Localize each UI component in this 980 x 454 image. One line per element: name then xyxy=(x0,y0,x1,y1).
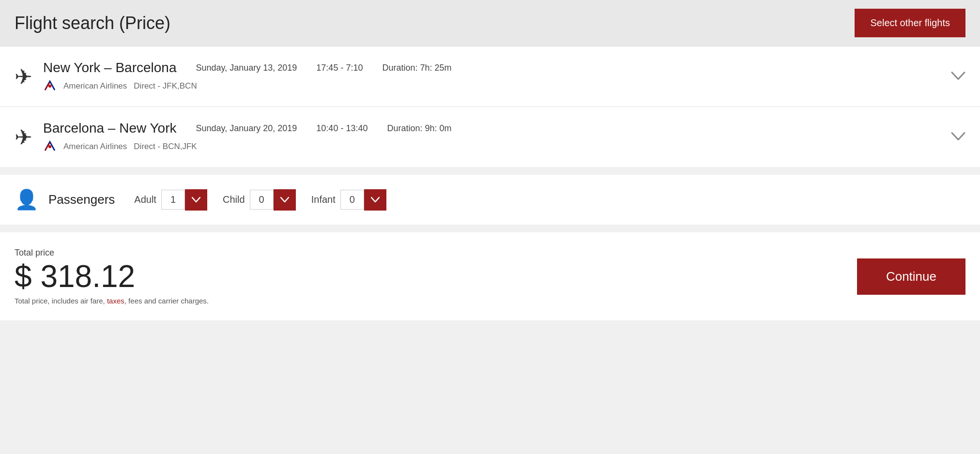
adult-chevron-icon xyxy=(192,196,200,204)
select-other-flights-button[interactable]: Select other flights xyxy=(855,9,965,37)
child-dropdown-button[interactable] xyxy=(274,189,296,211)
flight-airline-row-2: American Airlines Direct - BCN,JFK xyxy=(43,140,965,153)
flight-route-1: New York – Barcelona xyxy=(43,60,177,76)
flight-date-2: Sunday, January 20, 2019 xyxy=(196,123,297,134)
flight-expand-button-1[interactable] xyxy=(946,66,970,88)
flight-route-row-2: Barcelona – New York Sunday, January 20,… xyxy=(43,121,965,136)
adult-label: Adult xyxy=(134,194,156,205)
flight-duration-1: Duration: 7h: 25m xyxy=(382,63,451,73)
taxes-link[interactable]: taxes xyxy=(107,297,124,305)
section-gap-1 xyxy=(0,167,980,175)
chevron-down-icon-1 xyxy=(951,71,965,81)
flight-stops-1: Direct - JFK,BCN xyxy=(134,81,197,91)
airline-logo-1 xyxy=(43,79,57,93)
flight-info-1: New York – Barcelona Sunday, January 13,… xyxy=(43,60,965,93)
total-price-value: $ 318.12 xyxy=(15,261,857,292)
flight-stops-2: Direct - BCN,JFK xyxy=(134,142,197,151)
infant-chevron-icon xyxy=(371,196,380,204)
infant-dropdown-button[interactable] xyxy=(364,189,386,211)
pricing-section: Total price $ 318.12 Total price, includ… xyxy=(0,232,980,320)
plane-icon-1: ✈ xyxy=(15,64,32,89)
flight-route-2: Barcelona – New York xyxy=(43,121,177,136)
airline-name-1: American Airlines xyxy=(63,81,127,91)
infant-control: Infant 0 xyxy=(311,189,386,211)
flight-card-2: ✈ Barcelona – New York Sunday, January 2… xyxy=(0,107,980,167)
price-info: Total price $ 318.12 Total price, includ… xyxy=(15,248,857,305)
child-chevron-icon xyxy=(280,196,289,204)
flight-date-1: Sunday, January 13, 2019 xyxy=(196,63,297,73)
adult-control: Adult 1 xyxy=(134,189,207,211)
infant-label: Infant xyxy=(311,194,336,205)
child-control: Child 0 xyxy=(223,189,296,211)
passengers-section: 👤 Passengers Adult 1 Child 0 Infant 0 xyxy=(0,175,980,225)
total-price-label: Total price xyxy=(15,248,857,258)
page-header: Flight search (Price) Select other fligh… xyxy=(0,0,980,46)
airline-name-2: American Airlines xyxy=(63,142,127,151)
flight-time-1: 17:45 - 7:10 xyxy=(316,63,363,73)
price-disclaimer: Total price, includes air fare, taxes, f… xyxy=(15,297,857,305)
child-label: Child xyxy=(223,194,245,205)
adult-value: 1 xyxy=(161,190,185,210)
flight-duration-2: Duration: 9h: 0m xyxy=(387,123,451,134)
infant-value: 0 xyxy=(340,190,364,210)
flights-section: ✈ New York – Barcelona Sunday, January 1… xyxy=(0,46,980,167)
svg-point-0 xyxy=(48,85,51,88)
flight-info-2: Barcelona – New York Sunday, January 20,… xyxy=(43,121,965,153)
flight-time-2: 10:40 - 13:40 xyxy=(316,123,368,134)
chevron-down-icon-2 xyxy=(951,131,965,142)
airline-logo-2 xyxy=(43,140,57,153)
child-value: 0 xyxy=(250,190,274,210)
section-gap-2 xyxy=(0,225,980,232)
flight-expand-button-2[interactable] xyxy=(946,126,970,148)
page-title: Flight search (Price) xyxy=(15,13,170,33)
flight-airline-row-1: American Airlines Direct - JFK,BCN xyxy=(43,79,965,93)
flight-route-row-1: New York – Barcelona Sunday, January 13,… xyxy=(43,60,965,76)
plane-icon-2: ✈ xyxy=(15,125,32,150)
svg-point-1 xyxy=(48,145,51,148)
adult-dropdown-button[interactable] xyxy=(185,189,207,211)
disclaimer-suffix: , fees and carrier charges. xyxy=(124,297,209,305)
continue-button[interactable]: Continue xyxy=(857,258,965,295)
disclaimer-prefix: Total price, includes air fare, xyxy=(15,297,107,305)
person-icon: 👤 xyxy=(15,188,39,211)
passengers-label: Passengers xyxy=(48,192,115,207)
flight-card-1: ✈ New York – Barcelona Sunday, January 1… xyxy=(0,46,980,107)
